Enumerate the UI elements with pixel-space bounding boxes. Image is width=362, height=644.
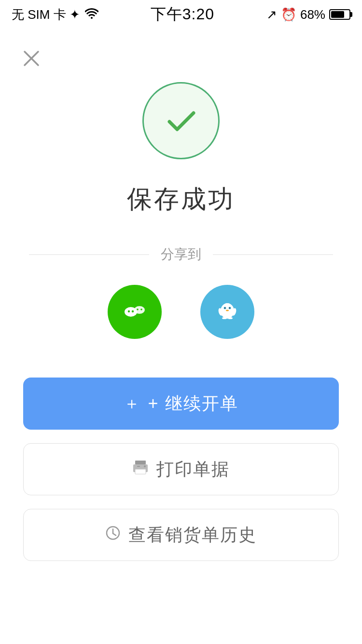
divider-left xyxy=(29,254,149,255)
share-divider: 分享到 xyxy=(0,245,362,264)
qq-share-button[interactable] xyxy=(200,285,254,339)
alarm-icon: ⏰ xyxy=(281,7,296,22)
history-label: 查看销货单历史 xyxy=(128,523,257,547)
history-button[interactable]: 查看销货单历史 xyxy=(23,509,339,561)
share-icons-row xyxy=(0,285,362,339)
status-bar: 无 SIM 卡 ✦ 下午3:20 ↗ ⏰ 68% xyxy=(0,0,362,29)
svg-rect-19 xyxy=(135,461,146,464)
svg-point-5 xyxy=(132,310,134,312)
main-content: 保存成功 分享到 xyxy=(0,29,362,644)
battery-percent: 68% xyxy=(300,7,325,22)
print-button[interactable]: 打印单据 xyxy=(23,443,339,495)
svg-line-26 xyxy=(113,533,116,535)
status-left: 无 SIM 卡 ✦ xyxy=(12,6,98,23)
clock-icon xyxy=(105,525,121,545)
svg-rect-21 xyxy=(135,469,146,474)
svg-rect-22 xyxy=(137,466,140,467)
checkmark-icon xyxy=(162,101,200,140)
success-circle xyxy=(142,82,220,159)
time-display: 下午3:20 xyxy=(151,4,214,25)
share-label: 分享到 xyxy=(149,245,213,264)
status-right: ↗ ⏰ 68% xyxy=(266,7,350,22)
continue-button[interactable]: ＋ + 继续开单 xyxy=(23,378,339,430)
success-title: 保存成功 xyxy=(127,182,235,216)
print-label: 打印单据 xyxy=(156,458,230,481)
wechat-share-button[interactable] xyxy=(108,285,162,339)
svg-point-15 xyxy=(222,317,227,319)
close-icon xyxy=(23,50,40,67)
success-section: 保存成功 分享到 xyxy=(0,29,362,561)
svg-point-14 xyxy=(226,310,229,311)
wifi-icon xyxy=(85,7,98,22)
wechat-icon xyxy=(119,296,150,327)
svg-point-7 xyxy=(140,308,142,310)
battery-icon xyxy=(329,9,350,20)
svg-point-12 xyxy=(224,308,225,308)
plus-icon: ＋ xyxy=(124,392,140,415)
continue-label: + 继续开单 xyxy=(148,392,238,416)
svg-point-4 xyxy=(128,310,130,312)
sim-label: 无 SIM 卡 ✦ xyxy=(12,6,80,23)
close-button[interactable] xyxy=(19,46,43,70)
svg-point-13 xyxy=(229,308,230,308)
divider-right xyxy=(213,254,333,255)
svg-point-23 xyxy=(144,465,146,467)
svg-point-16 xyxy=(228,317,233,319)
location-icon: ↗ xyxy=(266,7,277,22)
svg-point-3 xyxy=(134,306,145,314)
printer-icon xyxy=(132,460,149,479)
share-section: 分享到 xyxy=(0,245,362,339)
action-buttons: ＋ + 继续开单 打印单据 xyxy=(0,378,362,561)
svg-point-6 xyxy=(137,308,139,310)
qq-icon xyxy=(213,297,242,326)
